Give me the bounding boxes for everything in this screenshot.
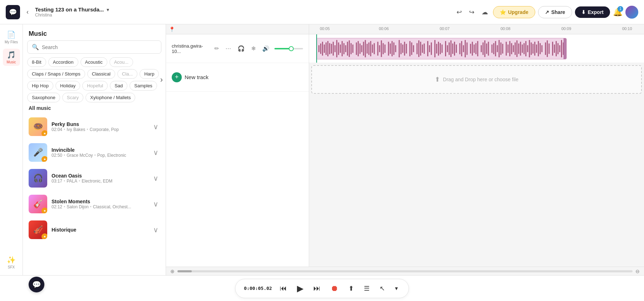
timeline-ruler: 00:05 00:06 00:07 00:08 00:09 00:10 00:1… (309, 24, 644, 34)
svg-rect-52 (420, 42, 421, 56)
tag-acoustic[interactable]: Acoustic (80, 57, 107, 67)
tag-saxophone[interactable]: Saxophone (27, 93, 60, 102)
zoom-minus-button[interactable]: ⊕ (170, 268, 175, 274)
volume-slider[interactable] (274, 48, 303, 49)
tag-claps[interactable]: Claps / Snaps / Stomps (27, 69, 85, 79)
tag-hopeful[interactable]: Hopeful (82, 81, 108, 91)
nav-label-files: My Files (5, 40, 18, 44)
track-name: Invincible (52, 147, 147, 153)
avatar[interactable] (625, 6, 638, 19)
track-meta: 02:04 • Ivy Bakes • Corporate, Pop (52, 127, 147, 132)
svg-rect-102 (523, 43, 525, 54)
cursor-tool-button[interactable]: ↖ (377, 284, 387, 293)
tag-hiphop[interactable]: Hip Hop (27, 81, 53, 91)
drop-zone[interactable]: ⬆ Drag and Drop here or choose file (311, 65, 642, 94)
title-dropdown-btn[interactable]: ▾ (106, 7, 110, 13)
tag-8bit[interactable]: 8-Bit (27, 57, 46, 67)
svg-rect-72 (463, 45, 464, 52)
svg-rect-35 (382, 43, 384, 54)
clip-resize-handle[interactable] (564, 38, 566, 59)
tag-samples[interactable]: Samples (130, 81, 157, 91)
edit-track-button[interactable]: ✏ (213, 44, 220, 53)
svg-rect-67 (452, 44, 453, 54)
back-button[interactable]: ‹ (24, 7, 31, 17)
expand-icon[interactable]: ∨ (152, 224, 160, 236)
upload-share-button[interactable]: ⬆ (346, 284, 356, 293)
play-pause-button[interactable]: ▶ (295, 283, 306, 294)
notification-badge: 1 (618, 6, 623, 12)
tag-acoustic2[interactable]: Acou... (109, 57, 133, 67)
list-item[interactable]: 🎻 ★ Historique ∨ (23, 217, 166, 243)
svg-rect-100 (520, 42, 521, 56)
nav-item-files[interactable]: 📄 My Files (3, 29, 20, 46)
ruler-tick: 00:06 (379, 26, 389, 31)
record-button[interactable]: ⏺ (328, 283, 341, 294)
tag-sad[interactable]: Sad (110, 81, 127, 91)
expand-icon[interactable]: ∨ (152, 147, 160, 158)
svg-rect-84 (488, 42, 489, 56)
svg-rect-119 (557, 43, 558, 54)
svg-rect-27 (367, 44, 368, 53)
nav-item-sfx[interactable]: ✨ SFX (3, 254, 20, 271)
svg-rect-76 (472, 42, 473, 56)
svg-rect-70 (459, 43, 460, 54)
share-button[interactable]: ↗ Share (538, 6, 572, 18)
track-thumbnail: 🎸 ★ (29, 195, 47, 213)
list-item[interactable]: 🎧 Ocean Oasis 03:17 • PALA • Electronic,… (23, 165, 166, 191)
timeline-track-row (309, 34, 644, 63)
expand-icon[interactable]: ∨ (152, 121, 160, 132)
nav-item-music[interactable]: 🎵 Music (3, 49, 20, 66)
scroll-track[interactable] (177, 270, 633, 272)
tag-accordion[interactable]: Accordion (48, 57, 78, 67)
headphone-button[interactable]: 🎧 (236, 44, 246, 53)
svg-rect-33 (379, 45, 380, 52)
list-item[interactable]: 🎸 ★ Stolen Moments 02:12 • Salon Dijon •… (23, 191, 166, 217)
redo-button[interactable]: ↪ (467, 7, 477, 18)
undo-button[interactable]: ↩ (454, 7, 464, 18)
more-tools-button[interactable]: ▾ (393, 284, 400, 292)
playlist-button[interactable]: ☰ (362, 284, 372, 293)
svg-rect-64 (447, 45, 448, 52)
more-track-button[interactable]: ⋯ (224, 44, 233, 53)
svg-rect-1 (318, 45, 319, 52)
timeline-column: 00:05 00:06 00:07 00:08 00:09 00:10 00:1… (309, 24, 644, 267)
tags-more-button[interactable]: › (160, 76, 163, 84)
nav-label-music: Music (6, 60, 16, 64)
tag-harp[interactable]: Harp (140, 69, 159, 79)
list-item[interactable]: 🍩 ★ Perky Buns 02:04 • Ivy Bakes • Corpo… (23, 114, 166, 140)
zoom-plus-button[interactable]: ⊖ (635, 268, 640, 274)
audio-clip[interactable] (316, 38, 567, 59)
bottom-scrollbar: ⊕ ⊖ (166, 267, 644, 275)
svg-rect-14 (342, 41, 343, 57)
track-area: 📍 christina.gwira-10... ✏ ⋯ 🎧 ❄ 🔊 + New … (166, 24, 644, 275)
svg-rect-39 (391, 41, 392, 57)
upgrade-button[interactable]: ⭐ Upgrade (493, 6, 535, 18)
export-button[interactable]: ⬇ Export (575, 6, 610, 18)
rewind-button[interactable]: ⏮ (278, 283, 289, 293)
notification-button[interactable]: 🔔 1 (613, 8, 623, 17)
left-nav: 📄 My Files 🎵 Music ✨ SFX (0, 24, 23, 275)
tag-scary[interactable]: Scary (62, 93, 83, 102)
svg-rect-28 (369, 43, 370, 55)
tag-xylophone[interactable]: Xylophone / Mallets (86, 93, 135, 102)
svg-rect-74 (467, 43, 468, 55)
list-item[interactable]: 🎤 ★ Invincible 02:50 • Grace McCoy • Pop… (23, 140, 166, 165)
tag-cla[interactable]: Cla... (117, 69, 137, 79)
badge: ★ (42, 233, 47, 239)
export-icon: ⬇ (581, 9, 586, 15)
freeze-button[interactable]: ❄ (250, 44, 257, 53)
new-track-row[interactable]: + New track (166, 63, 309, 92)
fast-forward-button[interactable]: ⏭ (311, 283, 323, 293)
cloud-save-button[interactable]: ☁ (479, 7, 490, 18)
svg-rect-48 (411, 43, 412, 55)
tag-classical[interactable]: Classical (87, 69, 115, 79)
chat-button[interactable]: 💬 (29, 277, 44, 292)
svg-rect-118 (556, 41, 557, 57)
expand-icon[interactable]: ∨ (152, 173, 160, 184)
scroll-thumb[interactable] (177, 270, 192, 272)
expand-icon[interactable]: ∨ (152, 198, 160, 210)
tag-holiday[interactable]: Holiday (55, 81, 80, 91)
search-input[interactable] (42, 44, 157, 50)
svg-rect-56 (429, 45, 430, 52)
svg-rect-80 (481, 45, 482, 52)
